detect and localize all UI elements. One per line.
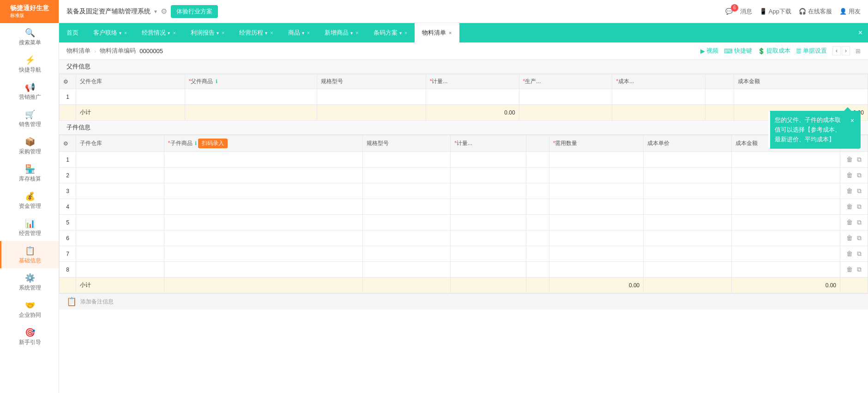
tab-customer-close[interactable]: ×: [124, 30, 127, 36]
delete-icon[interactable]: 🗑: [846, 218, 853, 226]
tab-customer[interactable]: 客户联络 ▾ ×: [86, 23, 134, 42]
copy-icon[interactable]: ⧉: [857, 171, 862, 179]
child-warehouse-cell[interactable]: [76, 246, 164, 262]
parent-unit-cell[interactable]: [426, 89, 519, 105]
child-unit-cost-cell[interactable]: [644, 152, 732, 168]
child-warehouse-cell[interactable]: [76, 262, 164, 278]
sidebar-item-guide[interactable]: 🎯 新手引导: [0, 323, 59, 350]
parent-cost-cell[interactable]: [612, 89, 705, 105]
child-product-cell[interactable]: [164, 168, 362, 183]
child-unit-cell[interactable]: [451, 183, 526, 199]
sidebar-item-purchase[interactable]: 📦 采购管理: [0, 132, 59, 159]
child-quantity-cell[interactable]: [549, 168, 644, 183]
tab-barcode[interactable]: 条码方案 ▾ ×: [366, 23, 415, 42]
nav-next-button[interactable]: ›: [842, 46, 850, 55]
copy-icon[interactable]: ⧉: [857, 187, 862, 194]
child-unit-cell[interactable]: [451, 168, 526, 183]
child-quantity-cell[interactable]: [549, 262, 644, 278]
sidebar-item-basic[interactable]: 📋 基础信息: [0, 241, 59, 268]
child-product-cell[interactable]: [164, 246, 362, 262]
sidebar-item-quick-nav[interactable]: ⚡ 快捷导航: [0, 50, 59, 78]
sidebar-item-operations[interactable]: 📊 经营管理: [0, 214, 59, 241]
user-menu[interactable]: 👤 用友: [839, 7, 861, 16]
video-button[interactable]: ▶ 视频: [700, 47, 718, 55]
close-all-tabs[interactable]: ×: [853, 29, 868, 37]
copy-icon[interactable]: ⧉: [857, 203, 862, 210]
sidebar-item-sales[interactable]: 🛒 销售管理: [0, 105, 59, 132]
tab-history[interactable]: 经营历程 ▾ ×: [232, 23, 280, 42]
copy-icon[interactable]: ⧉: [857, 266, 862, 273]
child-warehouse-cell[interactable]: [76, 152, 164, 168]
delete-icon[interactable]: 🗑: [846, 156, 853, 163]
child-product-cell[interactable]: [164, 230, 362, 246]
child-unit-cell[interactable]: [451, 230, 526, 246]
child-spec-cell[interactable]: [362, 183, 451, 199]
scan-input-button[interactable]: 扫码录入: [198, 139, 228, 148]
child-spec-cell[interactable]: [362, 262, 451, 278]
child-unit-cell[interactable]: [451, 262, 526, 278]
copy-icon[interactable]: ⧉: [857, 156, 862, 163]
delete-icon[interactable]: 🗑: [846, 171, 853, 179]
child-spec-cell[interactable]: [362, 168, 451, 183]
child-quantity-cell[interactable]: [549, 183, 644, 199]
shortcut-button[interactable]: ⌨ 快捷键: [724, 47, 752, 55]
single-setting-button[interactable]: ☰ 单据设置: [796, 47, 827, 55]
tab-product-close[interactable]: ×: [307, 30, 310, 36]
app-download-button[interactable]: 📱 App下载: [760, 7, 791, 16]
note-placeholder[interactable]: 添加备注信息: [80, 298, 114, 306]
child-warehouse-cell[interactable]: [76, 168, 164, 183]
online-service-button[interactable]: 🎧 在线客服: [799, 7, 832, 16]
copy-icon[interactable]: ⧉: [857, 218, 862, 226]
child-product-cell[interactable]: [164, 152, 362, 168]
tab-product[interactable]: 商品 ▾ ×: [281, 23, 317, 42]
tab-barcode-close[interactable]: ×: [404, 30, 407, 36]
child-unit-cell[interactable]: [451, 199, 526, 215]
settings-icon[interactable]: ⚙: [161, 7, 167, 16]
child-unit-cost-cell[interactable]: [644, 183, 732, 199]
child-product-cell[interactable]: [164, 199, 362, 215]
nav-prev-button[interactable]: ‹: [832, 46, 841, 55]
tab-profit-close[interactable]: ×: [222, 30, 224, 36]
child-unit-cost-cell[interactable]: [644, 168, 732, 183]
sidebar-item-enterprise[interactable]: 🤝 企业协同: [0, 296, 59, 323]
child-warehouse-cell[interactable]: [76, 199, 164, 215]
child-unit-cost-cell[interactable]: [644, 199, 732, 215]
child-unit-cell[interactable]: [451, 215, 526, 230]
system-dropdown-arrow[interactable]: ▾: [154, 8, 157, 15]
child-quantity-cell[interactable]: [549, 230, 644, 246]
sidebar-item-search[interactable]: 🔍 搜索菜单: [0, 23, 59, 50]
delete-icon[interactable]: 🗑: [846, 266, 853, 273]
child-warehouse-cell[interactable]: [76, 183, 164, 199]
parent-spec-cell[interactable]: [317, 89, 426, 105]
child-quantity-cell[interactable]: [549, 215, 644, 230]
tooltip-close-button[interactable]: ×: [850, 115, 854, 126]
copy-icon[interactable]: ⧉: [857, 234, 862, 242]
tab-operations-close[interactable]: ×: [173, 30, 175, 36]
tab-operations[interactable]: 经营情况 ▾ ×: [134, 23, 183, 42]
child-unit-cost-cell[interactable]: [644, 262, 732, 278]
sidebar-item-inventory[interactable]: 🏪 库存核算: [0, 159, 59, 187]
delete-icon[interactable]: 🗑: [846, 203, 853, 210]
copy-icon[interactable]: ⧉: [857, 250, 862, 257]
cost-button[interactable]: 💲 提取成本: [758, 47, 790, 55]
tab-profit[interactable]: 利润报告 ▾ ×: [183, 23, 232, 42]
child-product-cell[interactable]: [164, 262, 362, 278]
tab-new-product-close[interactable]: ×: [356, 30, 358, 36]
child-unit-cost-cell[interactable]: [644, 230, 732, 246]
child-quantity-cell[interactable]: [549, 246, 644, 262]
parent-product-cell[interactable]: [185, 89, 317, 105]
child-unit-cost-cell[interactable]: [644, 215, 732, 230]
delete-icon[interactable]: 🗑: [846, 187, 853, 194]
child-spec-cell[interactable]: [362, 152, 451, 168]
child-spec-cell[interactable]: [362, 215, 451, 230]
child-spec-cell[interactable]: [362, 230, 451, 246]
child-product-cell[interactable]: [164, 215, 362, 230]
tab-bom[interactable]: 物料清单 ×: [415, 23, 459, 42]
child-unit-cell[interactable]: [451, 246, 526, 262]
child-spec-cell[interactable]: [362, 199, 451, 215]
tab-bom-close[interactable]: ×: [449, 30, 452, 36]
sidebar-item-finance[interactable]: 💰 资金管理: [0, 187, 59, 214]
tab-home[interactable]: 首页: [59, 23, 86, 42]
child-warehouse-cell[interactable]: [76, 230, 164, 246]
delete-icon[interactable]: 🗑: [846, 234, 853, 242]
